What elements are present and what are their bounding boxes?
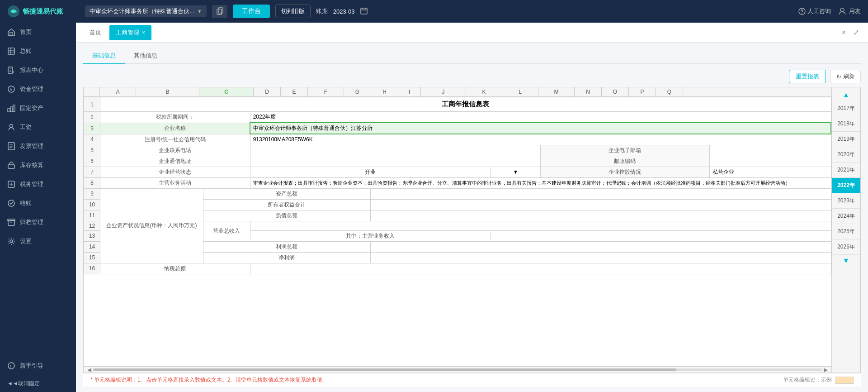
sidebar-item-invoice[interactable]: 发票管理 bbox=[0, 137, 76, 156]
sidebar-label-salary: 工资 bbox=[20, 123, 32, 131]
sidebar-item-newbie[interactable]: ! 新手引导 bbox=[0, 356, 76, 375]
h-scroll-right[interactable]: ▶ bbox=[822, 367, 830, 373]
sidebar-item-finance[interactable]: ¥ 资金管理 bbox=[0, 80, 76, 99]
year-item-2022[interactable]: 2022年 bbox=[832, 178, 860, 193]
r7-holding[interactable]: 私营企业 bbox=[709, 167, 831, 177]
col-header-f[interactable]: F bbox=[308, 87, 344, 96]
col-header-q[interactable]: Q bbox=[656, 87, 683, 96]
refresh-button[interactable]: ↻ 刷新 bbox=[830, 70, 861, 83]
r2-label: 税款所属期间： bbox=[100, 112, 250, 123]
col-header-i[interactable]: I bbox=[398, 87, 421, 96]
r7-dropdown[interactable]: ▼ bbox=[491, 167, 541, 177]
subtab-bar: 基础信息 其他信息 bbox=[83, 48, 861, 64]
company-selector[interactable]: 中审众环会计师事务所（特殊普通合伙... ▼ bbox=[85, 5, 207, 17]
r12-value[interactable] bbox=[250, 221, 831, 230]
title-cell[interactable]: 工商年报信息表 bbox=[100, 97, 831, 112]
close-window-button[interactable]: × bbox=[840, 26, 848, 38]
r14-value[interactable] bbox=[370, 241, 831, 252]
col-header-k[interactable]: K bbox=[466, 87, 502, 96]
sidebar-item-settings[interactable]: 设置 bbox=[0, 232, 76, 251]
h-scrollbar[interactable]: ◀ ▶ bbox=[84, 366, 831, 373]
col-header-h[interactable]: H bbox=[371, 87, 398, 96]
year-item-2018[interactable]: 2018年 bbox=[832, 116, 860, 132]
h-scrollbar-thumb[interactable] bbox=[93, 368, 676, 371]
sidebar-item-assets[interactable]: 固定资产 bbox=[0, 99, 76, 118]
year-item-2024[interactable]: 2024年 bbox=[832, 209, 860, 224]
col-header-b[interactable]: B bbox=[136, 87, 199, 96]
company-name: 中审众环会计师事务所（特殊普通合伙... bbox=[90, 7, 194, 15]
year-item-2019[interactable]: 2019年 bbox=[832, 132, 860, 147]
r7-label: 企业经营状态 bbox=[100, 167, 250, 177]
r2-value[interactable]: 2022年度 bbox=[250, 112, 831, 123]
sidebar-pin[interactable]: ◄◄取消固定 bbox=[0, 375, 76, 392]
copy-icon[interactable] bbox=[212, 5, 227, 18]
r15-value[interactable] bbox=[370, 252, 831, 263]
r5-email[interactable] bbox=[709, 145, 831, 156]
sidebar-item-home[interactable]: 首页 bbox=[0, 23, 76, 42]
year-item-2023[interactable]: 2023年 bbox=[832, 193, 860, 209]
tab-active[interactable]: 工商管理 × bbox=[109, 25, 151, 40]
col-header-l[interactable]: L bbox=[502, 87, 538, 96]
col-header-e[interactable]: E bbox=[281, 87, 308, 96]
r11-value[interactable] bbox=[370, 210, 831, 221]
r7-status[interactable]: 开业 bbox=[250, 167, 491, 177]
table-row: 9 企业资产状况信息(币种：人民币万元) 资产总额 bbox=[84, 188, 831, 199]
r16-value[interactable] bbox=[250, 263, 831, 274]
calendar-icon[interactable] bbox=[360, 7, 368, 16]
r10-value[interactable] bbox=[370, 199, 831, 210]
workbench-button[interactable]: 工作台 bbox=[233, 5, 270, 18]
col-header-o[interactable]: O bbox=[602, 87, 629, 96]
r5-phone[interactable] bbox=[250, 145, 540, 156]
year-nav-up[interactable]: ▲ bbox=[832, 89, 860, 101]
col-header-j[interactable]: J bbox=[421, 87, 466, 96]
col-header-c[interactable]: C bbox=[199, 87, 254, 96]
newbie-icon: ! bbox=[7, 362, 15, 370]
year-item-2026[interactable]: 2026年 bbox=[832, 239, 860, 255]
sidebar-item-salary[interactable]: 工资 bbox=[0, 118, 76, 137]
topbar-right: 人工咨询 用友 bbox=[798, 7, 861, 15]
expand-button[interactable]: ⤢ bbox=[851, 26, 861, 38]
r3-value[interactable]: 中审众环会计师事务所（特殊普通合伙）江苏分所 bbox=[250, 123, 831, 134]
year-item-2017[interactable]: 2017年 bbox=[832, 101, 860, 116]
consult-button[interactable]: 人工咨询 bbox=[798, 7, 831, 15]
sidebar-item-tax[interactable]: 税务管理 bbox=[0, 175, 76, 194]
year-item-2021[interactable]: 2021年 bbox=[832, 163, 860, 178]
year-nav-down[interactable]: ▼ bbox=[832, 255, 860, 267]
r4-value[interactable]: 91320100MA208E5W6K bbox=[250, 134, 831, 145]
year-item-2020[interactable]: 2020年 bbox=[832, 147, 860, 163]
sidebar-item-inventory[interactable]: 库存核算 bbox=[0, 156, 76, 175]
sidebar-item-closing[interactable]: 结账 bbox=[0, 194, 76, 213]
old-version-button[interactable]: 切到旧版 bbox=[275, 5, 311, 18]
spreadsheet-table[interactable]: 1 工商年报信息表 2 税款所属期间： 2022年度 3 bbox=[84, 97, 831, 366]
r9-value[interactable] bbox=[370, 188, 831, 199]
svg-rect-2 bbox=[218, 8, 223, 13]
row-num: 3 bbox=[84, 123, 100, 134]
col-header-n[interactable]: N bbox=[575, 87, 602, 96]
col-header-p[interactable]: P bbox=[629, 87, 656, 96]
r8-value[interactable]: 审查企业会计报表；出具审计报告；验证企业资本；出具验资报告；办理企业合开、分立、… bbox=[250, 177, 831, 188]
sidebar-item-reports[interactable]: 报表中心 bbox=[0, 61, 76, 80]
bottom-bar: * 单元格编辑说明：1、点击单元格直接录入数值或文本。2、清空单元格数值或文本恢… bbox=[83, 373, 861, 387]
reset-report-button[interactable]: 重置报表 bbox=[789, 70, 826, 83]
col-header-d[interactable]: D bbox=[254, 87, 281, 96]
h-scroll-left[interactable]: ◀ bbox=[85, 367, 93, 373]
finance-icon: ¥ bbox=[7, 85, 15, 93]
r6-addr[interactable] bbox=[250, 156, 540, 167]
user-info[interactable]: 用友 bbox=[838, 7, 861, 15]
col-header-g[interactable]: G bbox=[344, 87, 371, 96]
col-header-a[interactable]: A bbox=[100, 87, 136, 96]
sidebar-item-ledger[interactable]: 总账 bbox=[0, 42, 76, 61]
year-item-2025[interactable]: 2025年 bbox=[832, 224, 860, 239]
tab-close-button[interactable]: × bbox=[142, 29, 145, 36]
sidebar-label-reports: 报表中心 bbox=[20, 66, 43, 74]
tab-home[interactable]: 首页 bbox=[83, 25, 108, 40]
r9-label: 资产总额 bbox=[203, 188, 370, 199]
r6-zip[interactable] bbox=[709, 156, 831, 167]
subtab-other[interactable]: 其他信息 bbox=[125, 48, 166, 64]
r13-value[interactable] bbox=[491, 230, 831, 241]
col-header-m[interactable]: M bbox=[538, 87, 575, 96]
subtab-basic[interactable]: 基础信息 bbox=[83, 48, 125, 64]
toolbar: 重置报表 ↻ 刷新 bbox=[83, 70, 861, 83]
sidebar-item-archive[interactable]: 归档管理 bbox=[0, 213, 76, 232]
h-scrollbar-track[interactable] bbox=[93, 368, 822, 371]
